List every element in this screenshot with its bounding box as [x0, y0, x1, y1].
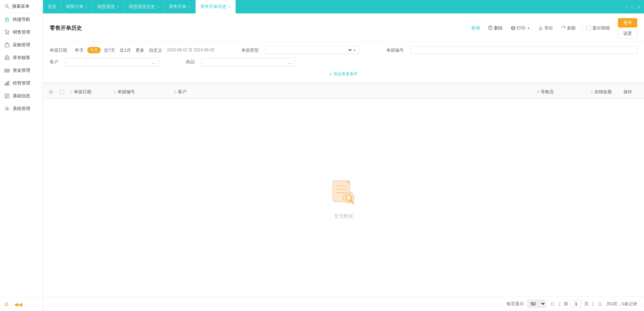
- toolbar-refresh-btn[interactable]: 刷新: [559, 24, 578, 32]
- sidebar-item-operations[interactable]: 经营管理: [0, 77, 43, 90]
- next-page-btn[interactable]: ⟩: [591, 301, 595, 307]
- th-bill-no[interactable]: ⇅ 单据编号: [111, 89, 171, 95]
- bill-type-select-wrapper[interactable]: ▼: [265, 46, 359, 54]
- tab-retail-open-close[interactable]: ×: [188, 5, 190, 9]
- sidebar-item-label: 采购管理: [13, 42, 30, 48]
- svg-point-31: [343, 192, 354, 203]
- tab-bar-right: − □ ×: [622, 4, 644, 9]
- sidebar-item-quick-nav[interactable]: 快捷导航: [0, 13, 43, 26]
- table-settings-icon[interactable]: [46, 89, 56, 95]
- toolbar-new-btn[interactable]: 新增: [469, 24, 482, 32]
- sidebar-bottom: ⚙ ◀◀: [0, 298, 43, 311]
- today-btn[interactable]: 今天: [87, 47, 101, 53]
- export-btn-label: 导出: [544, 25, 553, 31]
- table-area: ⇅ 单据日期 ⇅ 单据编号 ⇅ 客户 ⇅ 导购员 ⇅ 实销金额: [43, 85, 644, 296]
- sidebar-item-sys-mgmt[interactable]: 系统管理: [0, 102, 43, 115]
- tab-sales-return-close[interactable]: ×: [117, 5, 119, 9]
- yesterday-btn[interactable]: 昨天: [74, 47, 85, 54]
- last-month-btn[interactable]: 近1月: [118, 47, 132, 54]
- sidebar-item-finance[interactable]: 资金管理: [0, 64, 43, 77]
- tab-sales-return-history[interactable]: 销货退货历史 ×: [124, 0, 164, 13]
- sidebar-item-purchase-mgmt[interactable]: 采购管理: [0, 39, 43, 51]
- filter-area: 单据日期 昨天 今天 近7天 近1月 更多 自定义 2023-06-02 至 2…: [43, 42, 644, 83]
- tab-retail-open[interactable]: 零售开单 ×: [164, 0, 195, 13]
- svg-line-1: [8, 7, 9, 8]
- window-minus-icon[interactable]: −: [626, 4, 628, 9]
- customer-input-wrapper[interactable]: ...: [65, 58, 159, 66]
- cart-icon: [4, 29, 10, 35]
- date-shortcuts: 昨天 今天 近7天 近1月 更多 自定义 2023-06-02 至 2023-0…: [74, 47, 214, 54]
- first-page-btn[interactable]: ⟨⟨: [549, 301, 555, 307]
- window-restore-icon[interactable]: □: [632, 4, 634, 9]
- collapse-sidebar-icon[interactable]: ◀◀: [14, 301, 22, 308]
- settings-bottom-icon[interactable]: ⚙: [4, 301, 9, 308]
- delete-icon: [488, 25, 493, 31]
- info-icon: [4, 93, 10, 99]
- svg-rect-13: [7, 82, 8, 85]
- tab-home-label: 首页: [48, 4, 56, 10]
- goods-input[interactable]: [204, 60, 288, 65]
- custom-btn[interactable]: 自定义: [148, 47, 163, 54]
- tab-retail-open-history[interactable]: 零售开单历史 ×: [196, 0, 236, 13]
- per-page-label: 每页显示: [506, 301, 524, 307]
- settings-button[interactable]: 设置: [618, 29, 637, 38]
- per-page-select[interactable]: 50 10 20 100: [527, 300, 546, 308]
- prev-page-btn[interactable]: ⟨: [557, 301, 562, 307]
- tab-sales-order-close[interactable]: ×: [86, 5, 88, 9]
- pagination-total: 共0页，0条记录: [606, 301, 637, 307]
- th-bill-no-label: 单据编号: [117, 89, 135, 95]
- tab-sales-order-label: 销售订单: [66, 4, 84, 10]
- th-amount[interactable]: ⇅ 实销金额: [574, 89, 614, 95]
- display-detail-checkbox[interactable]: 显示明细: [586, 25, 610, 31]
- bill-no-label: 单据编号: [386, 47, 404, 53]
- page-header: 零售开单历史 新增 删除: [43, 13, 644, 42]
- customer-filter-label: 客户: [50, 59, 58, 65]
- svg-point-0: [5, 5, 8, 7]
- svg-point-9: [6, 70, 8, 71]
- bill-no-input[interactable]: [413, 48, 634, 53]
- money-icon: [4, 67, 10, 73]
- page-number-input[interactable]: [570, 300, 582, 307]
- th-date[interactable]: ⇅ 单据日期: [67, 89, 111, 95]
- sidebar-search[interactable]: 搜索采单: [0, 0, 43, 13]
- main-area: 首页 销售订单 × 销货退货 × 销货退货历史 × 零售开单 × 零售开单历史 …: [43, 0, 644, 311]
- tab-retail-open-history-close[interactable]: ×: [229, 5, 231, 9]
- more-btn[interactable]: 更多: [134, 47, 146, 54]
- query-button[interactable]: 查询: [618, 18, 637, 28]
- tab-sales-return-history-label: 销货退货历史: [129, 4, 155, 10]
- goods-filter-label: 商品: [186, 59, 195, 65]
- toolbar-delete-btn[interactable]: 删除: [486, 24, 505, 32]
- export-icon: [538, 25, 543, 31]
- svg-rect-5: [5, 44, 9, 47]
- last-page-btn[interactable]: ⟩⟩: [597, 301, 603, 307]
- svg-point-3: [6, 34, 7, 34]
- goods-ellipsis-btn[interactable]: ...: [288, 59, 292, 65]
- sidebar-item-label: 资金管理: [13, 67, 30, 73]
- sidebar-item-sales-mgmt[interactable]: 销售管理: [0, 26, 43, 39]
- print-icon: [511, 25, 515, 31]
- th-customer[interactable]: ⇅ 客户: [171, 89, 534, 95]
- bill-type-select[interactable]: [268, 47, 353, 53]
- table-header-checkbox[interactable]: [56, 90, 67, 94]
- customer-input[interactable]: [68, 60, 152, 65]
- tab-sales-return-history-close[interactable]: ×: [157, 5, 159, 9]
- sidebar-item-label: 基础信息: [13, 93, 30, 99]
- gear-icon: [4, 106, 10, 112]
- sidebar-item-basic-info[interactable]: 基础信息: [0, 90, 43, 102]
- customer-ellipsis-btn[interactable]: ...: [152, 59, 156, 65]
- window-close-icon[interactable]: ×: [637, 4, 640, 9]
- th-guide[interactable]: ⇅ 导购员: [534, 89, 574, 95]
- bill-no-input-wrapper[interactable]: [410, 46, 637, 54]
- tab-bar: 首页 销售订单 × 销货退货 × 销货退货历史 × 零售开单 × 零售开单历史 …: [43, 0, 644, 13]
- toolbar-print-btn[interactable]: 打印 ▼: [509, 24, 532, 32]
- collapse-bar[interactable]: ∧ 收起更多条件: [50, 70, 637, 78]
- th-amount-label: 实销金额: [594, 89, 612, 95]
- tab-sales-order[interactable]: 销售订单 ×: [61, 0, 93, 13]
- toolbar-export-btn[interactable]: 导出: [536, 24, 555, 32]
- goods-input-wrapper[interactable]: ...: [201, 58, 295, 66]
- tab-sales-return[interactable]: 销货退货 ×: [93, 0, 124, 13]
- tab-home[interactable]: 首页: [43, 0, 61, 13]
- last7-btn[interactable]: 近7天: [103, 47, 116, 54]
- sidebar-item-inventory[interactable]: 库存核算: [0, 51, 43, 64]
- th-date-label: 单据日期: [74, 89, 91, 95]
